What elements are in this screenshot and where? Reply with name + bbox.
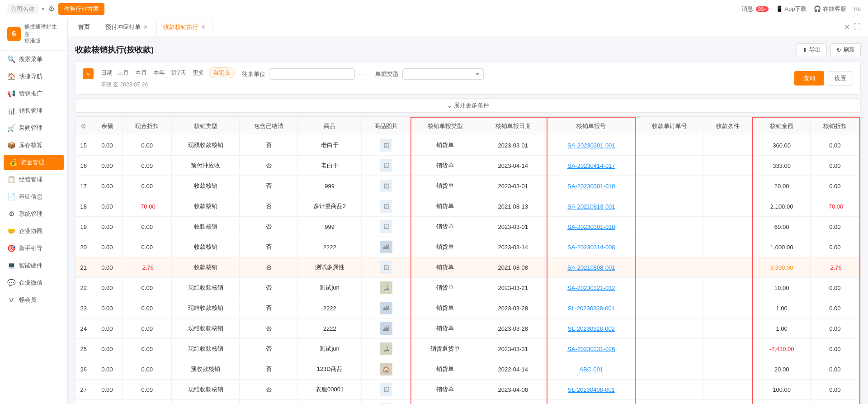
dots-button[interactable]: ··· [359,69,368,79]
date-this-month[interactable]: 本月 [133,68,149,78]
cell-writeoff-type: 现结收款核销 [172,400,240,404]
sidebar-item-inventory[interactable]: 📦 库存核算 [0,137,67,154]
cell-bill-report-no[interactable]: SL-20230328-001 [547,298,635,318]
date-last-month[interactable]: 上月 [115,68,131,78]
window-close-icon[interactable]: ✕ [844,23,850,31]
cell-goods: 123D商品 [298,359,362,380]
cell-bill-report-no[interactable]: ABC-001 [547,359,635,380]
date-custom[interactable]: 自定义 [209,67,235,78]
cell-bill-report-no[interactable]: SA-20230314-008 [547,237,635,257]
tab-home[interactable]: 首页 [71,20,97,34]
cell-bill-report-no[interactable]: SA-20230321-012 [547,278,635,298]
sidebar-item-guide[interactable]: 🎯 新手引导 [0,240,67,257]
sidebar-item-search[interactable]: 🔍 搜索菜单 [0,51,67,68]
refresh-button[interactable]: ↻ 刷新 [830,43,861,56]
cell-goods-img: 🏙 [362,298,411,318]
sidebar-item-hardware[interactable]: 💻 智能硬件 [0,257,67,274]
cell-bill-report-no[interactable]: SA-20230414-017 [547,156,635,176]
sidebar-item-label: 采购管理 [19,124,42,132]
party-input[interactable] [269,68,355,80]
cell-bill-report-no[interactable]: SA-20210813-001 [547,196,635,217]
sidebar-item-system[interactable]: ⚙ 系统管理 [0,205,67,223]
cell-writeoff-amount: 1.00 [753,298,810,318]
table-row: 15 0.00 0.00 现线收款核销 否 老白干 🖼 销货单 2023-03-… [75,135,860,156]
cell-idx: 23 [75,298,92,318]
cell-bill-report-no[interactable]: SL-20230328-002 [547,318,635,339]
cell-writeoff-type: 收款核销 [172,237,240,257]
filter-date-group: 日期 上月 本月 本年 近7天 更多 自定义 不限 至 2023-07-26 [101,67,235,89]
cell-receipt-condition [703,257,753,278]
th-settings[interactable]: ⚙ [75,117,92,135]
tab-prepaid[interactable]: 预付冲应付单 ✕ [99,20,155,34]
user-name[interactable]: Rit [854,5,861,12]
window-expand-icon[interactable]: ⛶ [854,23,861,31]
sidebar-item-marketing[interactable]: 📢 营销推广 [0,85,67,102]
cell-cash-discount: 0.00 [123,237,172,257]
top-bar-left: 公司名称 ▾ ⚙ 体验行业方案 [7,3,736,15]
sidebar-item-purchase[interactable]: 🛒 采购管理 [0,119,67,137]
query-button[interactable]: 查询 [794,71,824,86]
table-row: 28 0.00 0.00 现结收款核销 否 2222 🏙 销货单 2023-04… [75,400,860,404]
tab-actions: ✕ ⛶ [840,23,864,31]
cell-bill-report-no[interactable]: SA-20210808-001 [547,257,635,278]
system-icon: ⚙ [7,210,15,218]
date-more[interactable]: 更多 [191,68,206,78]
cell-receipt-condition [703,278,753,298]
cell-receipt-order-no [635,156,703,176]
message-link[interactable]: 消息 99+ [741,5,769,13]
purchase-icon: 🛒 [7,124,15,132]
sidebar-item-operation[interactable]: 📋 经营管理 [0,171,67,188]
solution-button[interactable]: 体验行业方案 [58,3,104,15]
cell-included-settled: 否 [239,400,297,404]
filter-expand-button[interactable]: » [83,68,94,79]
settings-icon[interactable]: ⚙ [48,5,55,13]
cell-writeoff-type: 收款核销 [172,257,240,278]
cell-goods-img: 🖼 [362,196,411,217]
cell-included-settled: 否 [239,380,297,400]
sidebar-item-member[interactable]: V 畅会员 [0,291,67,309]
cell-idx: 26 [75,359,92,380]
company-name[interactable]: 公司名称 [7,4,38,14]
column-settings-icon[interactable]: ⚙ [80,123,86,130]
tab-writeoff[interactable]: 收款核销执行 ✕ [156,20,212,35]
cell-idx: 16 [75,156,92,176]
online-service-link[interactable]: 🎧 在线客服 [814,5,846,13]
table-scroll[interactable]: ⚙ 余额 现金折扣 核销类型 包含已结清 商品 商品图片 核销单报类型 核销单报… [75,117,860,404]
cell-writeoff-amount: 1,000.00 [753,237,810,257]
writeoff-tab-close[interactable]: ✕ [201,24,206,30]
date-7days[interactable]: 近7天 [170,68,188,78]
dropdown-icon[interactable]: ▾ [42,5,45,12]
th-goods-img: 商品图片 [362,117,411,135]
sidebar-item-enterprise[interactable]: 🤝 企业协同 [0,223,67,240]
prepaid-tab-close[interactable]: ✕ [143,24,148,30]
sidebar-item-quicknav[interactable]: 🏠 快捷导航 [0,68,67,85]
sidebar-item-basic[interactable]: 📄 基础信息 [0,188,67,205]
cell-goods-img: 🏙 [362,318,411,339]
cell-balance: 0.00 [92,196,123,217]
cell-bill-report-no[interactable]: SL-20230418-001 [547,400,635,404]
cell-writeoff-discount: 0.00 [810,400,860,404]
cell-bill-report-no[interactable]: SA-20230331-026 [547,339,635,359]
layout: 6 畅捷通谱好生意 标准版 🔍 搜索菜单 🏠 快捷导航 📢 营销推广 📊 销售管… [0,18,868,404]
cell-bill-report-no[interactable]: SA-20230301-010 [547,176,635,196]
cell-cash-discount: 0.00 [123,278,172,298]
sidebar-item-sales[interactable]: 📊 销售管理 [0,102,67,119]
cell-receipt-condition [703,359,753,380]
cell-writeoff-type: 现结收款核销 [172,278,240,298]
expand-more-bar[interactable]: ⌄ 展开更多条件 [75,98,861,113]
bill-type-select[interactable] [402,68,484,80]
cell-bill-report-date: 2023-04-18 [479,400,547,404]
cell-receipt-condition [703,339,753,359]
sidebar-item-finance[interactable]: 💰 资金管理 [4,155,64,170]
cell-bill-report-no[interactable]: SA-20230301-001 [547,135,635,156]
filter-settings-button[interactable]: 设置 [828,71,853,86]
cell-bill-report-no[interactable]: SA-20230301-010 [547,217,635,237]
cell-bill-report-date: 2023-03-28 [479,298,547,318]
date-this-year[interactable]: 本年 [151,68,167,78]
cell-bill-report-no[interactable]: SL-20230408-001 [547,380,635,400]
sidebar-item-wechat[interactable]: 💬 企业微信 [0,274,67,291]
cell-bill-report-date: 2023-03-01 [479,217,547,237]
app-download-link[interactable]: 📱 App下载 [776,5,807,13]
export-button[interactable]: ⬆ 导出 [797,43,827,56]
cell-goods: 2222 [298,237,362,257]
